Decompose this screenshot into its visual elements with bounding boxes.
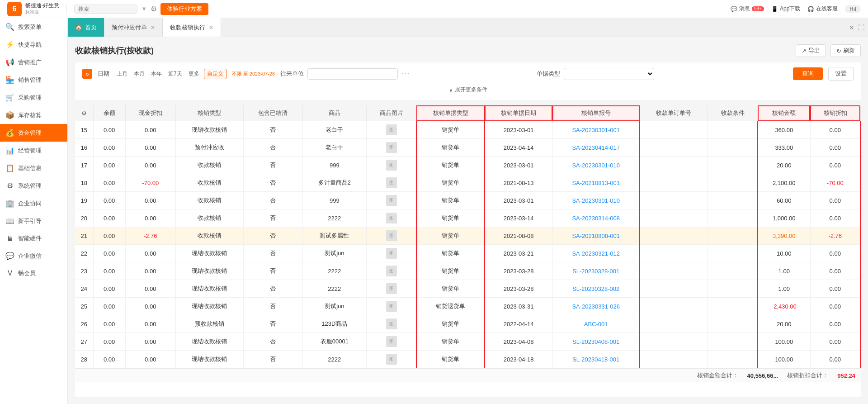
td-verify-discount: -2.76 — [810, 227, 860, 245]
td-bill-report-date: 2023-03-28 — [485, 262, 552, 280]
counterpart-more-icon[interactable]: ··· — [401, 70, 410, 78]
td-bill-report-no[interactable]: SA-20210813-001 — [552, 174, 640, 192]
setting-button[interactable]: 设置 — [828, 67, 854, 81]
date-7days[interactable]: 近7天 — [166, 69, 184, 79]
td-include-settled: 否 — [243, 192, 302, 209]
sidebar-item-hardware[interactable]: 🖥 智能硬件 — [0, 230, 67, 247]
chat-icon: 💬 — [5, 252, 14, 260]
td-verify-amount: 1.00 — [758, 262, 810, 280]
th-gear[interactable]: ⚙ — [75, 105, 93, 121]
date-custom[interactable]: 自定义 — [204, 69, 226, 79]
table-row: 26 0.00 0.00 预收款核销 否 123D商品 图 销货单 2022-0… — [75, 315, 860, 333]
td-cash-discount: 0.00 — [125, 262, 175, 280]
sidebar-item-purchase[interactable]: 🛒 采购管理 — [0, 89, 67, 106]
filter-expand-button[interactable]: » — [82, 69, 92, 79]
tab-prepay-label: 预付冲应付单 — [112, 24, 147, 32]
sidebar-item-search[interactable]: 🔍 搜索菜单 — [0, 18, 67, 36]
td-receipt-order-no — [640, 121, 708, 139]
date-last-month[interactable]: 上月 — [115, 69, 129, 79]
td-verify-discount: 0.00 — [810, 192, 860, 209]
th-cash-discount: 现金折扣 — [125, 105, 175, 121]
tab-prepay-close[interactable]: ✕ — [151, 24, 155, 31]
user-name[interactable]: Rit — [845, 5, 861, 13]
sidebar-item-basic[interactable]: 📋 基础信息 — [0, 159, 67, 177]
td-goods-img: 图 — [367, 333, 417, 351]
sidebar-item-finance[interactable]: 💰 资金管理 — [0, 124, 67, 142]
td-cash-discount: 0.00 — [125, 192, 175, 209]
close-window-icon[interactable]: ✕ — [849, 24, 854, 31]
td-verify-discount: 0.00 — [810, 351, 860, 368]
td-bill-report-no[interactable]: SL-20230408-001 — [552, 333, 640, 351]
gear-icon[interactable]: ⚙ — [151, 5, 157, 13]
sidebar-item-marketing[interactable]: 📢 营销推广 — [0, 53, 67, 71]
td-bill-report-no[interactable]: SA-20230301-010 — [552, 192, 640, 209]
td-bill-report-no[interactable]: SA-20230414-017 — [552, 139, 640, 157]
sidebar-item-corp[interactable]: 🏢 企业协同 — [0, 195, 67, 212]
tab-home-label: 首页 — [85, 24, 97, 32]
maximize-icon[interactable]: ⛶ — [858, 24, 864, 31]
td-bill-report-no[interactable]: SA-20210808-001 — [552, 227, 640, 245]
td-receipt-condition — [708, 262, 758, 280]
export-button[interactable]: ↗ 导出 — [796, 44, 826, 57]
sidebar-item-guide[interactable]: 📖 新手引导 — [0, 212, 67, 230]
th-receipt-condition: 收款条件 — [708, 105, 758, 121]
td-bill-report-no[interactable]: SA-20230321-012 — [552, 245, 640, 262]
date-this-month[interactable]: 本月 — [132, 69, 146, 79]
sidebar-item-wechat[interactable]: 💬 企业微信 — [0, 247, 67, 265]
expand-more-conditions[interactable]: ∨ 展开更多条件 — [82, 84, 854, 95]
query-button[interactable]: 查询 — [793, 67, 823, 80]
td-bill-report-no[interactable]: SA-20230314-008 — [552, 209, 640, 227]
td-bill-report-no[interactable]: SA-20230301-001 — [552, 121, 640, 139]
td-bill-report-no[interactable]: SL-20230328-002 — [552, 280, 640, 298]
chevron-down-icon[interactable]: ▼ — [141, 5, 147, 12]
page-body: 收款核销执行(按收款) ↗ 导出 ↻ 刷新 » 日期 — [68, 37, 868, 404]
td-verify-type: 现结收款核销 — [175, 280, 243, 298]
td-include-settled: 否 — [243, 333, 302, 351]
tab-receipt[interactable]: 收款核销执行 ✕ — [163, 18, 221, 37]
layout: 🔍 搜索菜单 ⚡ 快捷导航 📢 营销推广 🏪 销售管理 🛒 采购管理 📦 库存核… — [0, 18, 868, 404]
td-bill-report-no[interactable]: ABC-001 — [552, 315, 640, 333]
td-include-settled: 否 — [243, 298, 302, 315]
sidebar-item-sales[interactable]: 🏪 销售管理 — [0, 71, 67, 89]
refresh-button[interactable]: ↻ 刷新 — [830, 44, 861, 57]
industry-solution-button[interactable]: 体验行业方案 — [160, 3, 208, 15]
refresh-icon: ↻ — [836, 48, 841, 54]
vip-icon: V — [5, 269, 14, 277]
sidebar-item-system[interactable]: ⚙ 系统管理 — [0, 177, 67, 195]
th-verify-type: 核销类型 — [175, 105, 243, 121]
td-verify-amount: 100.00 — [758, 351, 810, 368]
money-icon: 💰 — [5, 128, 14, 137]
messages-area[interactable]: 💬 消息 99+ — [731, 5, 764, 13]
logo-area: 6 畅捷通·好生意 标准版 — [7, 2, 59, 16]
td-bill-report-no[interactable]: SL-20230418-001 — [552, 351, 640, 368]
tab-home[interactable]: 🏠 首页 — [68, 18, 104, 37]
tab-receipt-close[interactable]: ✕ — [209, 24, 213, 31]
td-no: 28 — [75, 351, 93, 368]
sidebar-item-operation[interactable]: 📊 经营管理 — [0, 142, 67, 159]
date-more[interactable]: 更多 — [187, 69, 201, 79]
td-bill-report-no[interactable]: SA-20230331-026 — [552, 298, 640, 315]
sidebar-item-member[interactable]: V 畅会员 — [0, 265, 67, 282]
date-this-year[interactable]: 本年 — [149, 69, 164, 79]
td-goods: 2222 — [302, 351, 367, 368]
app-download-area[interactable]: 📱 App下载 — [771, 5, 800, 13]
td-verify-discount: 0.00 — [810, 315, 860, 333]
td-receipt-order-no — [640, 298, 708, 315]
td-balance: 0.00 — [93, 262, 125, 280]
tab-prepay[interactable]: 预付冲应付单 ✕ — [104, 18, 163, 37]
th-goods-img: 商品图片 — [367, 105, 417, 121]
counterpart-input[interactable] — [307, 68, 398, 80]
td-bill-report-no[interactable]: SA-20230301-010 — [552, 157, 640, 174]
counterpart-label: 往来单位 — [280, 70, 304, 78]
online-service-area[interactable]: 🎧 在线客服 — [807, 5, 838, 13]
search-input[interactable] — [74, 5, 137, 14]
td-bill-report-type: 销货单 — [416, 280, 484, 298]
td-goods-img: 图 — [367, 262, 417, 280]
bill-type-select[interactable] — [564, 68, 654, 80]
sidebar-item-label: 新手引导 — [18, 217, 42, 225]
sidebar-item-inventory[interactable]: 📦 库存核算 — [0, 106, 67, 124]
td-verify-discount: 0.00 — [810, 245, 860, 262]
sidebar-item-quicknav[interactable]: ⚡ 快捷导航 — [0, 36, 67, 53]
td-bill-report-type: 销货单 — [416, 174, 484, 192]
td-bill-report-no[interactable]: SL-20230328-001 — [552, 262, 640, 280]
